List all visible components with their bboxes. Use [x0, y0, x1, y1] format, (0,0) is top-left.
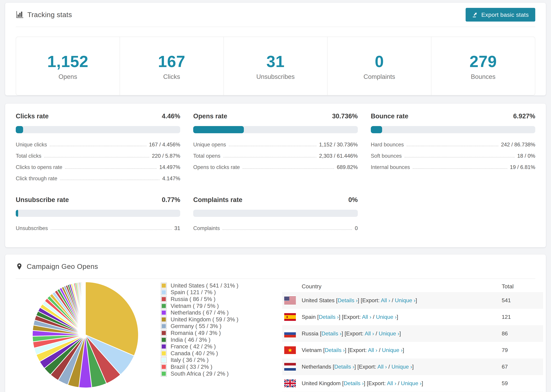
export-unique-link[interactable]: Unique › [382, 347, 403, 353]
flag-nl-icon [284, 363, 296, 371]
progress-bar-fill [193, 126, 244, 133]
stat-label: Bounces [431, 73, 535, 80]
progress-bar-track [16, 126, 180, 133]
legend-label: Spain ( 121 / 7% ) [171, 289, 216, 295]
export-unique-link[interactable]: Unique › [379, 330, 399, 336]
geo-table: Country Total United States [Details ›] … [282, 281, 543, 392]
stat-box-opens: 1,152Opens [16, 37, 120, 95]
legend-item: United States ( 541 / 31% ) [161, 282, 256, 289]
legend-item: India ( 46 / 3% ) [161, 336, 256, 343]
rate-row-value: 242 / 86.738% [501, 142, 535, 148]
geo-content: United States ( 541 / 31% )Spain ( 121 /… [5, 279, 546, 392]
rate-row: Total clicks220 / 5.87% [16, 150, 180, 162]
export-label: Export: [346, 330, 363, 336]
rate-row-value: 4.147% [162, 175, 180, 182]
country-name: Vietnam [302, 347, 322, 353]
rate-block-unsubscribe-rate: Unsubscribe rate0.77%Unsubscribes31 [16, 196, 180, 234]
dotted-leader [413, 168, 507, 169]
export-basic-stats-button[interactable]: Export basic stats [466, 8, 535, 21]
export-unique-link[interactable]: Unique › [395, 297, 416, 303]
geo-title: Campaign Geo Opens [16, 263, 98, 271]
total-cell: 121 [502, 314, 543, 320]
export-unique-link[interactable]: Unique › [391, 364, 412, 370]
stat-box-complaints: 0Complaints [327, 37, 431, 95]
export-all-link[interactable]: All › [365, 330, 374, 336]
legend-item: United Kingdom ( 59 / 3% ) [161, 316, 256, 323]
legend-swatch [161, 316, 167, 322]
rate-percent: 30.736% [332, 112, 358, 120]
legend-item: Italy ( 36 / 2% ) [161, 357, 256, 364]
export-all-link[interactable]: All › [362, 314, 371, 320]
rate-row-value: 167 / 4.456% [149, 142, 180, 148]
rates-grid: Clicks rate4.46%Unique clicks167 / 4.456… [5, 104, 546, 247]
rates-card: Clicks rate4.46%Unique clicks167 / 4.456… [5, 104, 546, 247]
legend-swatch [161, 330, 167, 336]
legend-label: Brazil ( 33 / 2% ) [171, 364, 212, 370]
dotted-leader [222, 229, 352, 230]
rate-row: Unique opens1,152 / 30.736% [193, 139, 358, 150]
rate-rows: Complaints0 [193, 223, 358, 234]
geo-table-row-vn: Vietnam [Details ›] [Export: All › / Uni… [282, 342, 543, 358]
rate-percent: 6.927% [513, 112, 535, 120]
legend-label: Russia ( 86 / 5% ) [171, 296, 215, 302]
export-unique-link[interactable]: Unique › [376, 314, 397, 320]
rate-row-label: Soft bounces [371, 153, 402, 159]
rate-row: Unique clicks167 / 4.456% [16, 139, 180, 150]
stat-box-clicks: 167Clicks [120, 37, 224, 95]
pie-slice [85, 282, 85, 335]
rate-row-value: 2,303 / 61.446% [319, 153, 358, 159]
progress-bar-track [193, 126, 358, 133]
progress-bar-fill [16, 210, 18, 217]
legend-label: India ( 46 / 3% ) [171, 336, 211, 343]
legend-label: South Africa ( 29 / 2% ) [171, 371, 229, 377]
export-all-link[interactable]: All › [387, 380, 396, 386]
legend-label: Canada ( 40 / 2% ) [171, 350, 218, 357]
export-all-link[interactable]: All › [377, 364, 387, 370]
details-link[interactable]: Details › [344, 380, 364, 386]
rate-percent: 0.77% [162, 196, 180, 203]
legend-label: Germany ( 55 / 3% ) [171, 323, 221, 329]
legend-label: France ( 42 / 2% ) [171, 343, 216, 350]
legend-item: Brazil ( 33 / 2% ) [161, 364, 256, 370]
export-label: Export: [359, 364, 376, 370]
country-name: United States [302, 297, 335, 303]
details-link[interactable]: Details › [319, 314, 339, 320]
total-cell: 59 [502, 380, 543, 386]
legend-label: United States ( 541 / 31% ) [171, 282, 238, 289]
export-all-link[interactable]: All › [381, 297, 390, 303]
rate-rows: Hard bounces242 / 86.738%Soft bounces18 … [371, 139, 535, 173]
progress-bar-track [16, 210, 180, 217]
total-cell: 67 [502, 364, 543, 370]
stat-number: 31 [224, 52, 327, 71]
rate-row-value: 19 / 6.81% [510, 164, 535, 170]
map-pin-icon [16, 263, 23, 270]
country-cell: Spain [Details ›] [Export: All › / Uniqu… [302, 314, 502, 320]
rate-row-label: Unique opens [193, 142, 226, 148]
country-name: Spain [302, 314, 316, 320]
geo-title-text: Campaign Geo Opens [27, 263, 98, 271]
export-all-link[interactable]: All › [368, 347, 377, 353]
rate-block-complaints-rate: Complaints rate0%Complaints0 [193, 196, 358, 234]
legend-item: France ( 42 / 2% ) [161, 343, 256, 350]
details-link[interactable]: Details › [334, 364, 354, 370]
progress-bar-track [371, 126, 535, 133]
rate-row: Total opens2,303 / 61.446% [193, 150, 358, 162]
legend-item: Russia ( 86 / 5% ) [161, 296, 256, 302]
geo-opens-pie-chart [30, 280, 141, 390]
legend-label: Netherlands ( 67 / 4% ) [171, 309, 229, 316]
stat-number: 167 [120, 52, 224, 71]
details-link[interactable]: Details › [322, 330, 342, 336]
rate-head: Unsubscribe rate0.77% [16, 196, 180, 203]
rate-head: Clicks rate4.46% [16, 112, 180, 120]
details-link[interactable]: Details › [325, 347, 345, 353]
details-link[interactable]: Details › [338, 297, 358, 303]
stat-box-bounces: 279Bounces [431, 37, 535, 95]
legend-label: Romania ( 49 / 3% ) [171, 330, 221, 336]
stat-box-unsubscribes: 31Unsubscribes [224, 37, 328, 95]
export-unique-link[interactable]: Unique › [401, 380, 422, 386]
country-cell: United Kingdom [Details ›] [Export: All … [302, 380, 502, 386]
rate-row-label: Internal bounces [371, 164, 410, 170]
geo-table-row-gb: United Kingdom [Details ›] [Export: All … [282, 375, 543, 392]
rate-row-value: 31 [174, 225, 180, 231]
dotted-leader [60, 180, 160, 180]
